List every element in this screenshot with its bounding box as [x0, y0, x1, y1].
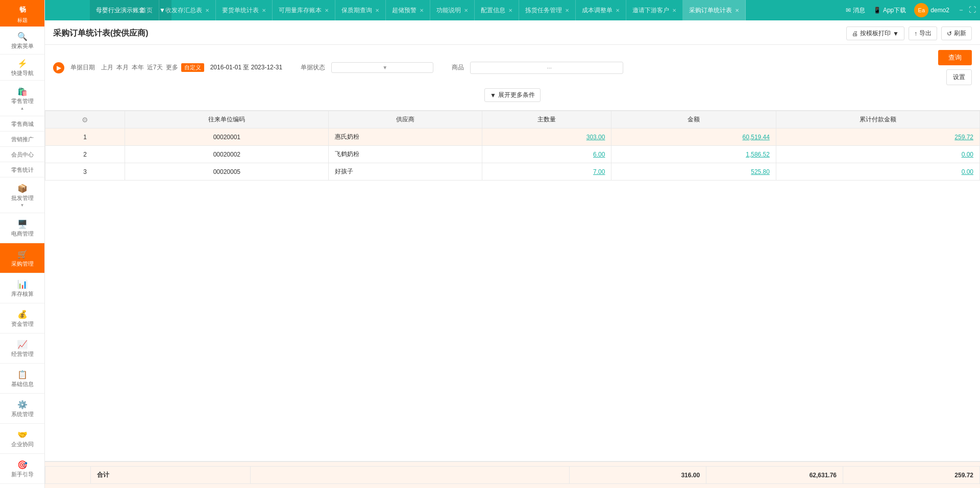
row-supplier-2: 飞鹤奶粉 — [329, 146, 482, 163]
status-select[interactable]: ▼ — [331, 62, 433, 73]
shortcut-this-year[interactable]: 本年 — [132, 63, 144, 72]
tab-close-receive-send[interactable]: ✕ — [205, 8, 209, 13]
row-paid-1[interactable]: 259.72 — [776, 129, 979, 146]
tab-invite-downstream[interactable]: 邀请下游客户 ✕ — [626, 0, 683, 20]
sidebar-item-inventory[interactable]: 📊 库存核算 — [0, 273, 44, 303]
summary-row: 合计 316.00 62,631.76 259.72 — [45, 467, 980, 484]
tab-order-stat[interactable]: 要货单统计表 ✕ — [216, 0, 273, 20]
footer-label: 合计 — [91, 467, 251, 484]
logo-text: 标题 — [17, 17, 28, 24]
custom-date-tag[interactable]: 自定义 — [181, 63, 204, 72]
table-scroll[interactable]: ⚙ 往来单位编码 供应商 主数量 金额 累计付款金额 1 00020001 惠氏 — [45, 111, 980, 461]
tab-close-available-stock[interactable]: ✕ — [325, 8, 329, 13]
phone-icon: 📱 — [873, 7, 881, 14]
tab-close-order-stat[interactable]: ✕ — [262, 8, 266, 13]
product-label: 商品 — [452, 63, 464, 72]
tab-expiry-query[interactable]: 保质期查询 ✕ — [335, 0, 386, 20]
main-area: 母婴行业演示账套 ▼ 首页 收发存汇总表 ✕ 要货单统计表 ✕ 可用量库存账本 … — [45, 0, 980, 488]
row-no-1: 1 — [45, 129, 125, 146]
logo-icon: 畅 — [12, 3, 33, 16]
shortcut-this-month[interactable]: 本月 — [116, 63, 129, 72]
date-label: 单据日期 — [70, 63, 95, 72]
logo: 畅 标题 — [0, 0, 44, 27]
print-icon: 🖨 — [852, 30, 858, 37]
sidebar-item-app-center[interactable]: 📱 应用中心 — [0, 484, 44, 488]
message-btn[interactable]: ✉ 消息 — [846, 6, 865, 15]
tab-pick-task[interactable]: 拣货任务管理 ✕ — [519, 0, 576, 20]
topbar-right: ✉ 消息 📱 App下载 Ea demo2 － ⛶ — [846, 3, 980, 17]
query-button[interactable]: 查询 — [938, 50, 972, 65]
row-qty-1[interactable]: 303.00 — [482, 129, 611, 146]
sidebar-item-quick-nav[interactable]: ⚡ 快捷导航 — [0, 55, 44, 81]
row-paid-3[interactable]: 0.00 — [776, 163, 979, 181]
footer-amount: 62,631.76 — [706, 467, 843, 484]
row-amount-3[interactable]: 525.80 — [611, 163, 776, 181]
tab-close-invite-downstream[interactable]: ✕ — [672, 8, 676, 13]
refresh-button[interactable]: ↺ 刷新 — [941, 27, 972, 40]
sidebar-item-member[interactable]: 会员中心 — [0, 147, 44, 162]
row-qty-3[interactable]: 7.00 — [482, 163, 611, 181]
tab-purchase-stat[interactable]: 采购订单统计表 ✕ — [683, 0, 746, 20]
col-supplier: 供应商 — [329, 111, 482, 129]
col-paid: 累计付款金额 — [776, 111, 979, 129]
tab-close-config-info[interactable]: ✕ — [508, 8, 512, 13]
app-download-btn[interactable]: 📱 App下载 — [873, 6, 906, 15]
row-code-3: 00020005 — [125, 163, 329, 181]
footer-qty: 316.00 — [570, 467, 706, 484]
row-amount-1[interactable]: 60,519.44 — [611, 129, 776, 146]
page-actions: 🖨 按模板打印 ▼ ↑ 导出 ↺ 刷新 — [846, 27, 972, 40]
row-no-2: 2 — [45, 146, 125, 163]
expand-filter-btn[interactable]: ▼ 展开更多条件 — [484, 88, 541, 102]
col-settings[interactable]: ⚙ — [45, 111, 125, 129]
tab-cost-adjust[interactable]: 成本调整单 ✕ — [576, 0, 626, 20]
page-title: 采购订单统计表(按供应商) — [53, 28, 149, 39]
settings-button[interactable]: 设置 — [946, 69, 972, 85]
sidebar-item-enterprise[interactable]: 🤝 企业协同 — [0, 424, 44, 454]
date-range-display: 2016-01-01 至 2023-12-31 — [210, 63, 282, 72]
sidebar-item-basic-info[interactable]: 📋 基础信息 — [0, 364, 44, 394]
sidebar-item-retail[interactable]: 🛍️ 零售管理 ▲ — [0, 81, 44, 116]
table-area: ⚙ 往来单位编码 供应商 主数量 金额 累计付款金额 1 00020001 惠氏 — [45, 111, 980, 488]
tab-close-expiry-query[interactable]: ✕ — [375, 8, 379, 13]
filter-toggle-btn[interactable]: ▶ — [53, 62, 64, 73]
table-footer: 合计 316.00 62,631.76 259.72 — [45, 461, 980, 488]
tab-close-purchase-stat[interactable]: ✕ — [735, 8, 739, 13]
sidebar-item-retail-stat[interactable]: 零售统计 — [0, 162, 44, 177]
tab-overstock-warning[interactable]: 超储预警 ✕ — [386, 0, 430, 20]
sidebar-item-retail-mall[interactable]: 零售商城 — [0, 116, 44, 132]
row-qty-2[interactable]: 6.00 — [482, 146, 611, 163]
user-profile[interactable]: Ea demo2 — [914, 3, 949, 17]
tab-available-stock[interactable]: 可用量库存账本 ✕ — [273, 0, 335, 20]
tab-close-function-guide[interactable]: ✕ — [464, 8, 468, 13]
message-icon: ✉ — [846, 7, 851, 14]
sidebar-item-operations[interactable]: 📈 经营管理 — [0, 333, 44, 364]
account-dropdown[interactable]: 母婴行业演示账套 ▼ — [90, 0, 172, 20]
col-code: 往来单位编码 — [125, 111, 329, 129]
tab-close-cost-adjust[interactable]: ✕ — [616, 8, 620, 13]
svg-text:畅: 畅 — [19, 6, 26, 13]
sidebar-item-new-guide[interactable]: 🎯 新手引导 — [0, 454, 44, 484]
sidebar-item-purchase[interactable]: 🛒 采购管理 — [0, 243, 44, 273]
retail-arrow-icon: ▲ — [20, 106, 24, 111]
sidebar-item-ecommerce[interactable]: 🖥️ 电商管理 — [0, 213, 44, 243]
tab-function-guide[interactable]: 功能说明 ✕ — [430, 0, 475, 20]
sidebar-item-wholesale[interactable]: 📦 批发管理 ▼ — [0, 177, 44, 213]
tab-config-info[interactable]: 配置信息 ✕ — [475, 0, 519, 20]
shortcut-last-month[interactable]: 上月 — [101, 63, 113, 72]
tab-close-overstock-warning[interactable]: ✕ — [420, 8, 424, 13]
shortcut-7days[interactable]: 近7天 — [147, 63, 163, 72]
sidebar-item-search[interactable]: 🔍 搜索英单 — [0, 27, 44, 55]
tab-close-pick-task[interactable]: ✕ — [565, 8, 569, 13]
shortcut-more[interactable]: 更多 — [166, 63, 178, 72]
minimize-button[interactable]: － — [958, 6, 965, 15]
export-button[interactable]: ↑ 导出 — [909, 27, 937, 40]
print-button[interactable]: 🖨 按模板打印 ▼ — [846, 27, 904, 40]
row-amount-2[interactable]: 1,586.52 — [611, 146, 776, 163]
product-input[interactable]: ··· — [470, 62, 623, 74]
row-paid-2[interactable]: 0.00 — [776, 146, 979, 163]
maximize-button[interactable]: ⛶ — [969, 6, 976, 15]
sidebar-item-marketing[interactable]: 营销推广 — [0, 132, 44, 147]
sidebar-item-system[interactable]: ⚙️ 系统管理 — [0, 394, 44, 424]
avatar: Ea — [914, 3, 928, 17]
sidebar-item-finance[interactable]: 💰 资金管理 — [0, 303, 44, 333]
